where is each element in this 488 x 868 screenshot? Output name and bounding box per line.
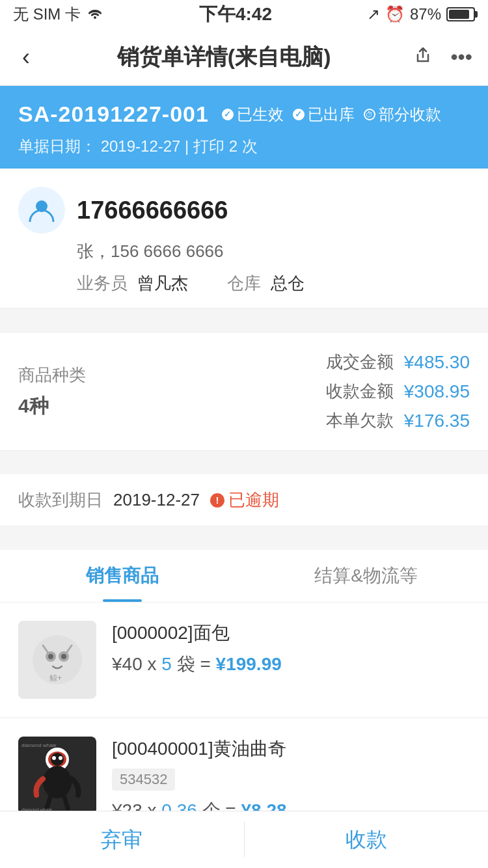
location-icon: ↗ [367,5,380,23]
wifi-icon [86,5,104,23]
product-thumbnail: 鲸+ [18,621,96,699]
svg-point-12 [59,756,62,760]
banner-date: 单据日期： 2019-12-27 | 打印 2 次 [18,136,470,157]
svg-text:diamond whale: diamond whale [21,742,57,748]
debt-row: 本单欠款 ¥176.35 [326,409,470,432]
svg-point-5 [61,654,66,659]
payment-value: ¥308.95 [404,381,470,402]
warehouse-info: 仓库 总仓 [227,272,305,295]
status-time: 下午4:42 [199,2,272,27]
product-card: 鲸+ [0000002]面包 ¥40 x 5 袋 = ¥199.99 [0,603,488,717]
salesperson-name: 曾凡杰 [137,273,188,293]
battery-icon [446,7,475,21]
payment-row: 收款金额 ¥308.95 [326,380,470,403]
stats-right: 成交金额 ¥485.30 收款金额 ¥308.95 本单欠款 ¥176.35 [326,351,470,432]
bottom-bar: 弃审 收款 [0,811,488,868]
overdue-badge: ! 已逾期 [210,489,279,511]
page-title: 销货单详情(来自电脑) [117,42,331,72]
product-total: ¥199.99 [216,654,282,674]
svg-text:鲸+: 鲸+ [49,673,62,683]
order-banner: SA-20191227-001 已生效 已出库 ⏱ 部分收款 单据日期： 201… [0,86,488,169]
customer-row: 17666666666 [18,187,470,234]
product-info: [0000002]面包 ¥40 x 5 袋 = ¥199.99 [112,621,470,677]
status-right: ↗ ⏰ 87% [367,5,475,23]
overdue-label: 已逾期 [228,489,279,511]
order-id: SA-20191227-001 [18,102,209,127]
product-price: ¥40 [112,654,142,674]
alarm-icon: ⏰ [385,5,405,23]
status-bar: 无 SIM 卡 下午4:42 ↗ ⏰ 87% [0,0,488,29]
customer-name: 17666666666 [77,197,228,224]
back-button[interactable]: ‹ [16,37,36,77]
banner-top: SA-20191227-001 已生效 已出库 ⏱ 部分收款 [18,102,470,127]
customer-sub: 张，156 6666 6666 [77,240,470,263]
tabs-section: 销售商品 结算&物流等 [0,550,488,603]
battery-text: 87% [410,5,441,23]
salesperson-info: 业务员 曾凡杰 [77,272,188,295]
status-partial-payment: ⏱ 部分收款 [364,104,441,125]
product-name: [0000002]面包 [112,621,470,645]
customer-section: 17666666666 张，156 6666 6666 业务员 曾凡杰 仓库 总… [0,169,488,308]
warehouse-name: 总仓 [271,273,305,293]
carrier-text: 无 SIM 卡 [13,4,81,25]
amount-row: 成交金额 ¥485.30 [326,351,470,373]
product-qty: 5 [161,654,172,674]
stats-left: 商品种类 4种 [18,351,86,432]
amount-value: ¥485.30 [404,352,470,373]
stats-section: 商品种类 4种 成交金额 ¥485.30 收款金额 ¥308.95 本单欠款 ¥… [0,332,488,451]
due-date-value: 2019-12-27 [113,490,200,510]
status-left: 无 SIM 卡 [13,4,104,25]
product-name: [000400001]黄油曲奇 [112,737,470,761]
confirm-button[interactable]: 收款 [245,811,489,868]
debt-value: ¥176.35 [404,411,470,431]
product-types-count: 4种 [18,393,86,420]
share-icon[interactable] [411,43,435,72]
more-icon[interactable]: ••• [450,45,472,69]
tabs-row: 销售商品 结算&物流等 [0,550,488,602]
cancel-button[interactable]: 弃审 [0,811,244,868]
status-shipped: 已出库 [293,104,355,125]
nav-actions: ••• [411,43,472,72]
tab-settlement[interactable]: 结算&物流等 [244,550,488,602]
svg-point-13 [43,766,72,798]
due-label: 收款到期日 [18,489,103,511]
tab-sales[interactable]: 销售商品 [0,550,244,602]
status-tags: 已生效 已出库 ⏱ 部分收款 [222,104,441,125]
product-price-row: ¥40 x 5 袋 = ¥199.99 [112,652,470,677]
customer-meta: 业务员 曾凡杰 仓库 总仓 [77,272,470,295]
product-unit: 袋 [177,654,195,674]
due-section: 收款到期日 2019-12-27 ! 已逾期 [0,474,488,526]
product-thumbnail: diamond whale diamond whale [18,737,96,815]
status-activated: 已生效 [222,104,284,125]
product-types-label: 商品种类 [18,364,86,387]
product-image: diamond whale diamond whale [18,737,96,815]
stats-grid: 商品种类 4种 成交金额 ¥485.30 收款金额 ¥308.95 本单欠款 ¥… [18,351,470,432]
overdue-icon: ! [210,493,224,508]
avatar [18,187,65,234]
products-section: 鲸+ [0000002]面包 ¥40 x 5 袋 = ¥199.99 [0,603,488,841]
svg-point-11 [52,756,56,760]
svg-point-4 [48,654,53,659]
nav-bar: ‹ 销货单详情(来自电脑) ••• [0,29,488,86]
product-tag: 534532 [112,768,175,791]
